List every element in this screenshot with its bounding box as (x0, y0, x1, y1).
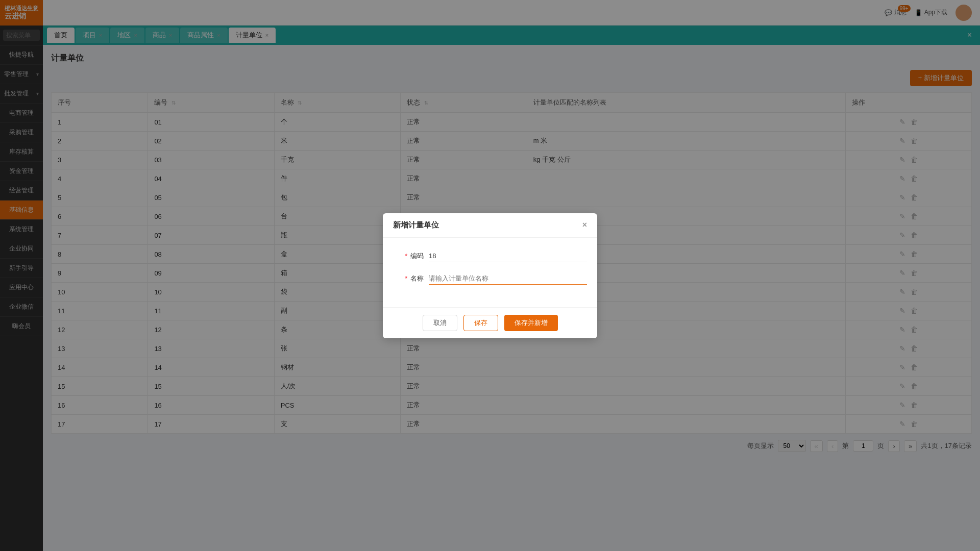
cancel-button[interactable]: 取消 (423, 315, 457, 331)
name-form-row: * 名称 (393, 272, 587, 285)
code-input[interactable] (429, 250, 587, 262)
modal-title: 新增计量单位 (393, 220, 439, 230)
modal-body: * 编码 * 名称 (383, 238, 597, 307)
modal-close-button[interactable]: × (582, 220, 587, 230)
save-and-new-button[interactable]: 保存并新增 (504, 315, 558, 331)
name-label: * 名称 (393, 274, 424, 283)
code-form-row: * 编码 (393, 250, 587, 262)
save-button[interactable]: 保存 (463, 315, 498, 331)
modal-footer: 取消 保存 保存并新增 (383, 307, 597, 338)
add-unit-modal: 新增计量单位 × * 编码 * 名称 取消 保存 保存并新增 (383, 213, 597, 338)
modal-header: 新增计量单位 × (383, 213, 597, 238)
modal-overlay[interactable]: 新增计量单位 × * 编码 * 名称 取消 保存 保存并新增 (0, 0, 980, 551)
code-label: * 编码 (393, 252, 424, 261)
name-input[interactable] (429, 272, 587, 285)
